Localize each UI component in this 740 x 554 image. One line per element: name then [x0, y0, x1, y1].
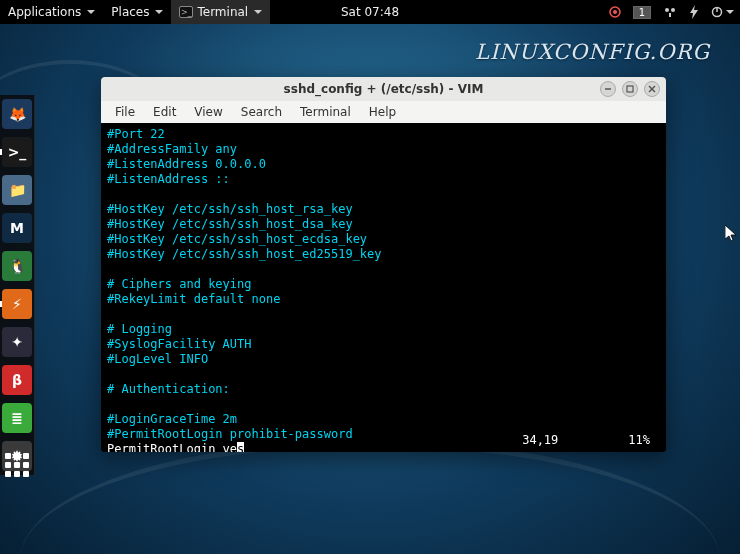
- vim-line: #RekeyLimit default none: [107, 292, 660, 307]
- menu-edit[interactable]: Edit: [145, 103, 184, 121]
- vim-line: # Authentication:: [107, 382, 660, 397]
- svg-rect-4: [669, 13, 671, 17]
- menu-file[interactable]: File: [107, 103, 143, 121]
- applications-menu[interactable]: Applications: [0, 0, 103, 24]
- vim-line: #HostKey /etc/ssh/ssh_host_dsa_key: [107, 217, 660, 232]
- terminal-label: Terminal: [197, 5, 248, 19]
- vim-line: #HostKey /etc/ssh/ssh_host_ed25519_key: [107, 247, 660, 262]
- svg-rect-8: [627, 86, 633, 92]
- dock: 🦊>_📁M🐧⚡✦β≣⚙: [0, 95, 35, 475]
- window-menubar: FileEditViewSearchTerminalHelp: [101, 101, 666, 123]
- bolt-icon[interactable]: [683, 5, 705, 19]
- terminal-icon: >_: [179, 6, 193, 18]
- workspace-number: 1: [633, 6, 651, 19]
- brand-watermark: LINUXCONFIG.ORG: [475, 40, 710, 64]
- menu-terminal[interactable]: Terminal: [292, 103, 359, 121]
- dock-item-terminal[interactable]: >_: [2, 137, 32, 167]
- svg-point-2: [665, 8, 669, 12]
- places-label: Places: [111, 5, 149, 19]
- accessibility-icon[interactable]: [657, 5, 683, 19]
- vim-line: [107, 307, 660, 322]
- chevron-down-icon: [87, 10, 95, 14]
- dock-item-metasploit[interactable]: M: [2, 213, 32, 243]
- vim-line: #LoginGraceTime 2m: [107, 412, 660, 427]
- vim-line: [107, 262, 660, 277]
- vim-line: [107, 397, 660, 412]
- vim-cursor-position: 34,19: [522, 433, 558, 448]
- menu-view[interactable]: View: [186, 103, 230, 121]
- terminal-window: sshd_config + (/etc/ssh) - VIM FileEditV…: [101, 77, 666, 452]
- chevron-down-icon: [726, 10, 734, 14]
- dock-item-firefox[interactable]: 🦊: [2, 99, 32, 129]
- vim-scroll-percent: 11%: [628, 433, 650, 448]
- chevron-down-icon: [254, 10, 262, 14]
- dock-item-burp[interactable]: ⚡: [2, 289, 32, 319]
- vim-line: #HostKey /etc/ssh/ssh_host_rsa_key: [107, 202, 660, 217]
- dock-item-files[interactable]: 📁: [2, 175, 32, 205]
- terminal-content[interactable]: #Port 22#AddressFamily any#ListenAddress…: [101, 123, 666, 452]
- vim-line: [107, 187, 660, 202]
- top-panel: Applications Places >_ Terminal Sat 07:4…: [0, 0, 740, 24]
- power-menu[interactable]: [705, 6, 740, 18]
- vim-line: #SyslogFacility AUTH: [107, 337, 660, 352]
- screencast-icon[interactable]: [603, 6, 627, 18]
- vim-line: # Logging: [107, 322, 660, 337]
- close-icon: [648, 85, 656, 93]
- window-titlebar[interactable]: sshd_config + (/etc/ssh) - VIM: [101, 77, 666, 101]
- vim-line: #AddressFamily any: [107, 142, 660, 157]
- menu-search[interactable]: Search: [233, 103, 290, 121]
- svg-point-1: [613, 10, 617, 14]
- vim-line: #ListenAddress ::: [107, 172, 660, 187]
- vim-line: [107, 367, 660, 382]
- background-decoration: [20, 440, 720, 554]
- apps-grid-icon: [2, 450, 32, 480]
- vim-line: #ListenAddress 0.0.0.0: [107, 157, 660, 172]
- terminal-app-menu[interactable]: >_ Terminal: [171, 0, 270, 24]
- vim-status-line: 34,19 11%: [107, 433, 660, 448]
- vim-line: #HostKey /etc/ssh/ssh_host_ecdsa_key: [107, 232, 660, 247]
- dock-item-armitage[interactable]: 🐧: [2, 251, 32, 281]
- svg-point-3: [671, 8, 675, 12]
- vim-line: #LogLevel INFO: [107, 352, 660, 367]
- maximize-button[interactable]: [622, 81, 638, 97]
- minimize-icon: [604, 85, 612, 93]
- menu-help[interactable]: Help: [361, 103, 404, 121]
- vim-line: #Port 22: [107, 127, 660, 142]
- show-applications-button[interactable]: [2, 450, 32, 480]
- clock[interactable]: Sat 07:48: [341, 5, 399, 19]
- dock-item-maltego[interactable]: ✦: [2, 327, 32, 357]
- chevron-down-icon: [155, 10, 163, 14]
- vim-line: # Ciphers and keying: [107, 277, 660, 292]
- places-menu[interactable]: Places: [103, 0, 171, 24]
- window-title: sshd_config + (/etc/ssh) - VIM: [284, 82, 484, 96]
- dock-item-notes[interactable]: ≣: [2, 403, 32, 433]
- minimize-button[interactable]: [600, 81, 616, 97]
- close-button[interactable]: [644, 81, 660, 97]
- workspace-indicator[interactable]: 1: [627, 6, 657, 19]
- dock-item-beef[interactable]: β: [2, 365, 32, 395]
- applications-label: Applications: [8, 5, 81, 19]
- maximize-icon: [626, 85, 634, 93]
